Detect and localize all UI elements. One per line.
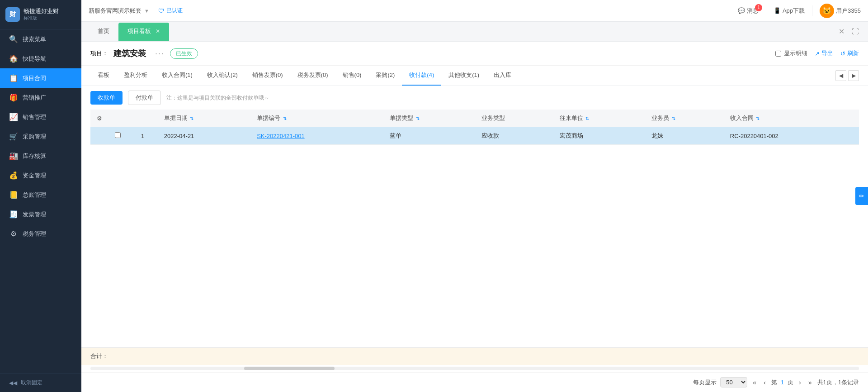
sidebar-item-quick-nav[interactable]: 🏠快捷导航: [0, 49, 81, 68]
data-table: ⚙ 单据日期 ⇅ 单据编号 ⇅ 单据类型 ⇅ 业务类型 往来单位 ⇅ 业务员 ⇅…: [90, 110, 859, 145]
th-type[interactable]: 单据类型 ⇅: [384, 110, 476, 127]
tab-maximize-button[interactable]: ⛶: [850, 25, 861, 38]
divider: [766, 5, 766, 16]
footer-label: 合计：: [90, 352, 108, 360]
show-detail-label: 显示明细: [784, 49, 807, 57]
th-partner[interactable]: 往来单位 ⇅: [554, 110, 646, 127]
sub-tab-purchase[interactable]: 采购(2): [368, 66, 402, 86]
sub-tab-sales[interactable]: 销售(0): [335, 66, 369, 86]
table-row[interactable]: 1 2022-04-21 SK-20220421-001 蓝单 应收款 宏茂商场…: [90, 127, 859, 145]
more-options-button[interactable]: ···: [155, 49, 165, 58]
sidebar-item-label: 搜索菜单: [23, 35, 46, 43]
last-page-button[interactable]: »: [807, 378, 814, 387]
tab-close-icon[interactable]: ✕: [156, 28, 160, 34]
sub-tab-in-out[interactable]: 出入库: [486, 66, 519, 86]
row-checkbox[interactable]: [115, 132, 121, 138]
td-seq: 1: [127, 127, 159, 145]
fund-mgmt-icon: 💰: [9, 171, 18, 180]
sort-date-icon: ⇅: [190, 116, 193, 121]
sort-contract-icon: ⇅: [756, 116, 760, 121]
tab-close-button[interactable]: ✕: [837, 25, 846, 38]
verified-badge: 🛡 已认证: [158, 7, 183, 14]
sidebar-item-inventory[interactable]: 🏭库存核算: [0, 146, 81, 166]
sidebar-footer[interactable]: ◀◀ 取消固定: [0, 373, 81, 392]
edit-icon: ✏: [859, 192, 864, 200]
total-info: 共1页，1条记录: [817, 378, 859, 387]
show-detail-input[interactable]: [775, 51, 781, 57]
th-number[interactable]: 单据编号 ⇅: [251, 110, 384, 127]
sub-tab-receipt[interactable]: 收付款(4): [402, 66, 441, 86]
sidebar-item-fund-mgmt[interactable]: 💰资金管理: [0, 166, 81, 185]
payment-btn[interactable]: 付款单: [128, 91, 161, 105]
sort-partner-icon: ⇅: [585, 116, 589, 121]
table-header-row: ⚙ 单据日期 ⇅ 单据编号 ⇅ 单据类型 ⇅ 业务类型 往来单位 ⇅ 业务员 ⇅…: [90, 110, 859, 127]
th-salesperson[interactable]: 业务员 ⇅: [646, 110, 725, 127]
first-page-button[interactable]: «: [751, 378, 758, 387]
doc-number-link[interactable]: SK-20220421-001: [257, 133, 305, 139]
status-badge: 已生效: [170, 48, 198, 59]
sub-tab-sales-invoice[interactable]: 销售发票(0): [245, 66, 290, 86]
th-date[interactable]: 单据日期 ⇅: [159, 110, 251, 127]
user-avatar: 🐱: [820, 4, 834, 18]
pagination: 每页显示 50 100 200 « ‹ 第 1 页 › » 共1页，1条记录: [81, 372, 868, 392]
export-button[interactable]: ↗ 导出: [815, 49, 833, 57]
app-info: 畅捷通好业财 标准版: [24, 8, 59, 22]
sub-tab-kanban[interactable]: 看板: [90, 66, 117, 86]
app-download-button[interactable]: 📱 App下载: [774, 7, 805, 15]
sidebar-item-search[interactable]: 🔍搜索菜单: [0, 29, 81, 49]
sidebar-item-sales-mgmt[interactable]: 📈销售管理: [0, 107, 81, 127]
sidebar-item-ledger-mgmt[interactable]: 📒总账管理: [0, 185, 81, 205]
td-type: 蓝单: [384, 127, 476, 145]
sidebar-item-tax-mgmt[interactable]: ⚙税务管理: [0, 224, 81, 244]
account-name: 新服务官网演示账套: [89, 7, 142, 15]
sub-tab-tax-invoice[interactable]: 税务发票(0): [290, 66, 335, 86]
message-button[interactable]: 💬 消息 1: [738, 7, 759, 15]
th-settings[interactable]: ⚙: [90, 110, 108, 127]
project-contract-icon: 📋: [9, 74, 18, 82]
prev-page-button[interactable]: ‹: [762, 378, 768, 387]
tab-project-board[interactable]: 项目看板 ✕: [118, 23, 169, 41]
sub-tab-prev-button[interactable]: ◀: [835, 70, 846, 81]
sidebar-item-project-contract[interactable]: 📋项目合同: [0, 68, 81, 88]
page-area: 项目： 建筑安装 ··· 已生效 显示明细 ↗ 导出 ↺ 刷新: [81, 42, 868, 392]
sub-tab-profit[interactable]: 盈利分析: [117, 66, 155, 86]
next-page-button[interactable]: ›: [797, 378, 803, 387]
sub-tab-income-confirm[interactable]: 收入确认(2): [200, 66, 245, 86]
sub-tab-income-contract[interactable]: 收入合同(1): [155, 66, 200, 86]
page-size-select[interactable]: 50 100 200: [720, 377, 747, 387]
sub-tabs-nav: ◀ ▶: [835, 70, 859, 81]
th-income-contract[interactable]: 收入合同 ⇅: [725, 110, 859, 127]
td-checkbox[interactable]: [108, 127, 127, 145]
project-prefix: 项目：: [90, 49, 108, 57]
scrollbar-thumb[interactable]: [244, 367, 335, 370]
td-number[interactable]: SK-20220421-001: [251, 127, 384, 145]
scrollbar-track[interactable]: [90, 367, 859, 370]
sort-type-icon: ⇅: [416, 116, 420, 121]
sidebar-item-marketing[interactable]: 🎁营销推广: [0, 88, 81, 107]
refresh-button[interactable]: ↺ 刷新: [840, 49, 859, 57]
quick-nav-icon: 🏠: [9, 54, 18, 63]
sidebar-item-label: 资金管理: [23, 172, 46, 180]
tab-home[interactable]: 首页: [89, 23, 118, 41]
sidebar-item-purchase-mgmt[interactable]: 🛒采购管理: [0, 127, 81, 146]
sub-tab-other-expense[interactable]: 其他收支(1): [441, 66, 486, 86]
show-detail-checkbox[interactable]: 显示明细: [775, 49, 807, 57]
sidebar: 财 畅捷通好业财 标准版 🔍搜索菜单🏠快捷导航📋项目合同🎁营销推广📈销售管理🛒采…: [0, 0, 81, 392]
account-selector[interactable]: 新服务官网演示账套 ▼: [89, 7, 149, 15]
user-menu[interactable]: 🐱 用户3355: [820, 4, 861, 18]
top-bar: 新服务官网演示账套 ▼ 🛡 已认证 💬 消息 1 📱 App下载 🐱 用户335…: [81, 0, 868, 22]
inventory-icon: 🏭: [9, 152, 18, 160]
divider2: [812, 5, 812, 16]
verified-text: 已认证: [166, 7, 183, 14]
sub-tab-next-button[interactable]: ▶: [848, 70, 859, 81]
floating-action-icon[interactable]: ✏: [855, 187, 868, 205]
tab-home-label: 首页: [98, 28, 109, 34]
sidebar-item-invoice-mgmt[interactable]: 🧾发票管理: [0, 205, 81, 224]
sidebar-item-label: 项目合同: [23, 74, 46, 82]
sidebar-item-label: 总账管理: [23, 191, 46, 199]
td-income-contract: RC-20220401-002: [725, 127, 859, 145]
account-chevron-icon: ▼: [144, 8, 149, 14]
receipt-btn[interactable]: 收款单: [90, 91, 123, 105]
phone-icon: 📱: [774, 7, 781, 14]
tab-project-board-label: 项目看板: [127, 28, 151, 34]
